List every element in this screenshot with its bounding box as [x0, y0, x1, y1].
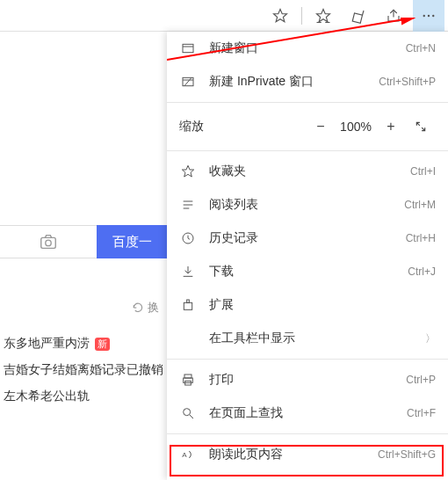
- reading-list-icon: [179, 198, 197, 212]
- refresh-news[interactable]: 换: [132, 300, 159, 316]
- extensions-icon: [179, 298, 197, 312]
- svg-rect-7: [41, 237, 56, 248]
- news-text: 吉婚女子结婚离婚记录已撤销: [4, 362, 163, 376]
- svg-marker-1: [317, 9, 330, 21]
- browser-menu: 新建窗口 Ctrl+N 新建 InPrivate 窗口 Ctrl+Shift+P…: [167, 32, 448, 480]
- download-icon: [179, 265, 197, 279]
- menu-label: 下载: [209, 264, 408, 280]
- window-icon: [179, 41, 197, 55]
- menu-favorites[interactable]: 收藏夹 Ctrl+I: [167, 155, 448, 188]
- news-item[interactable]: 左木希老公出轨: [0, 383, 167, 410]
- search-bar: 百度一: [0, 225, 167, 258]
- menu-shortcut: Ctrl+J: [408, 265, 436, 278]
- menu-history[interactable]: 历史记录 Ctrl+H: [167, 222, 448, 255]
- star-outline-icon[interactable]: [264, 0, 296, 32]
- zoom-in-button[interactable]: +: [376, 119, 406, 135]
- svg-point-4: [423, 14, 425, 16]
- svg-rect-20: [184, 302, 191, 309]
- menu-find[interactable]: 在页面上查找 Ctrl+F: [167, 396, 448, 430]
- inprivate-icon: [179, 75, 197, 89]
- menu-print[interactable]: 打印 Ctrl+P: [167, 363, 448, 396]
- zoom-out-button[interactable]: −: [306, 119, 336, 135]
- menu-label: 新建 InPrivate 窗口: [209, 74, 379, 90]
- menu-read-aloud[interactable]: A 朗读此页内容 Ctrl+Shift+G: [167, 438, 448, 471]
- menu-label: 打印: [209, 372, 406, 388]
- menu-shortcut: Ctrl+M: [404, 199, 436, 211]
- menu-label: 在工具栏中显示: [209, 331, 425, 346]
- news-item[interactable]: 吉婚女子结婚离婚记录已撤销: [0, 357, 167, 383]
- notes-icon[interactable]: [343, 0, 374, 32]
- menu-separator: [167, 359, 448, 360]
- menu-shortcut: Ctrl+N: [406, 42, 436, 55]
- svg-text:A: A: [182, 451, 187, 459]
- menu-label: 阅读列表: [209, 197, 404, 213]
- share-icon[interactable]: [378, 0, 409, 32]
- camera-icon: [39, 232, 58, 251]
- search-icon: [179, 406, 197, 420]
- search-button[interactable]: 百度一: [97, 225, 167, 258]
- menu-label: 在页面上查找: [209, 405, 407, 421]
- read-aloud-icon: A: [179, 447, 197, 462]
- svg-point-6: [432, 14, 434, 16]
- zoom-value: 100%: [336, 120, 376, 134]
- menu-shortcut: Ctrl+H: [406, 232, 436, 244]
- favorites-icon[interactable]: [307, 0, 339, 32]
- svg-marker-0: [274, 9, 287, 21]
- fullscreen-icon: [415, 120, 427, 133]
- menu-shortcut: Ctrl+Shift+P: [379, 76, 436, 88]
- star-icon: [179, 164, 197, 178]
- menu-label: 历史记录: [209, 230, 406, 246]
- svg-point-5: [428, 14, 430, 16]
- svg-marker-14: [182, 165, 193, 177]
- menu-separator: [167, 102, 448, 103]
- menu-shortcut: Ctrl+F: [407, 407, 436, 419]
- toolbar-divider: [301, 7, 302, 25]
- refresh-icon: [132, 302, 144, 314]
- refresh-label: 换: [148, 300, 159, 316]
- chevron-right-icon: 〉: [425, 331, 436, 346]
- fullscreen-button[interactable]: [406, 120, 436, 133]
- menu-show-in-toolbar[interactable]: . 在工具栏中显示 〉: [167, 322, 448, 355]
- history-icon: [179, 231, 197, 245]
- svg-line-13: [184, 77, 191, 85]
- menu-label: 朗读此页内容: [209, 447, 378, 462]
- page-background: 百度一 换 东多地严重内涝 新 吉婚女子结婚离婚记录已撤销 左木希老公出轨: [0, 32, 167, 480]
- menu-zoom: 缩放 − 100% +: [167, 106, 448, 147]
- menu-extensions[interactable]: 扩展: [167, 288, 448, 322]
- svg-line-26: [190, 415, 193, 418]
- menu-shortcut: Ctrl+P: [406, 374, 436, 386]
- menu-shortcut: Ctrl+Shift+G: [378, 448, 436, 461]
- news-text: 左木希老公出轨: [4, 389, 90, 403]
- svg-rect-22: [184, 375, 191, 378]
- menu-pin-taskbar[interactable]: 将此页面固定到任务栏: [167, 471, 448, 480]
- menu-separator: [167, 433, 448, 434]
- news-list: 东多地严重内涝 新 吉婚女子结婚离婚记录已撤销 左木希老公出轨: [0, 331, 167, 410]
- news-item[interactable]: 东多地严重内涝 新: [0, 331, 167, 357]
- svg-point-8: [46, 240, 51, 245]
- search-button-label: 百度一: [112, 234, 152, 251]
- menu-label: 扩展: [209, 297, 436, 313]
- badge-new: 新: [95, 338, 110, 351]
- svg-rect-9: [183, 44, 193, 52]
- menu-downloads[interactable]: 下载 Ctrl+J: [167, 255, 448, 288]
- news-text: 东多地严重内涝: [4, 336, 90, 350]
- menu-reading-list[interactable]: 阅读列表 Ctrl+M: [167, 188, 448, 222]
- menu-label: 收藏夹: [209, 164, 410, 179]
- svg-rect-21: [187, 300, 190, 302]
- zoom-label: 缩放: [179, 119, 306, 135]
- print-icon: [179, 373, 197, 387]
- menu-shortcut: Ctrl+I: [410, 165, 436, 178]
- browser-toolbar: [0, 0, 448, 32]
- menu-label: 新建窗口: [209, 40, 406, 56]
- svg-point-25: [184, 409, 191, 416]
- menu-new-inprivate[interactable]: 新建 InPrivate 窗口 Ctrl+Shift+P: [167, 65, 448, 98]
- more-icon[interactable]: [413, 0, 444, 32]
- menu-separator: [167, 150, 448, 151]
- camera-button[interactable]: [0, 225, 97, 258]
- menu-new-window[interactable]: 新建窗口 Ctrl+N: [167, 32, 448, 65]
